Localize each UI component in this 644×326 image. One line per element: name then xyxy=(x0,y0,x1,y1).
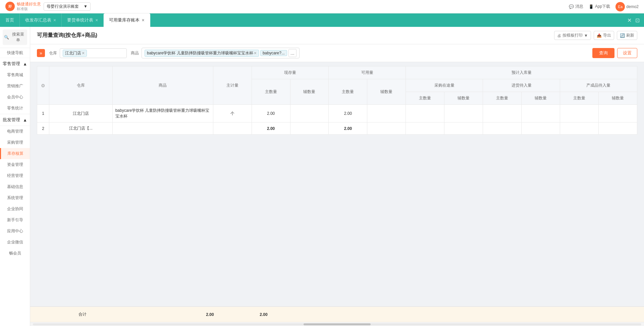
row-2-available-aux xyxy=(367,123,406,135)
row-1-current-main: 2.00 xyxy=(252,105,290,123)
data-table: ⚙ 仓库 商品 主计量 现存量 可用量 预计入库量 主数量 辅数量 主数量 辅数… xyxy=(37,66,637,135)
sidebar-item-membership[interactable]: 会员中心 xyxy=(0,92,30,103)
window-controls: ✕ ⊡ xyxy=(623,13,644,27)
column-settings-icon[interactable]: ⚙ xyxy=(41,83,45,88)
warehouse-tag-container[interactable]: 江北门店 × xyxy=(60,48,127,58)
bottom-scrollbar[interactable] xyxy=(30,322,644,326)
logo-area: 好 畅捷通好生意 标准版 xyxy=(5,2,41,11)
th-production-pending-main: 主数量 xyxy=(560,92,598,105)
row-2-unit xyxy=(213,123,252,135)
summary-available-main: 2.00 xyxy=(250,310,277,319)
sidebar: 🔍 搜索菜单 快捷导航 零售管理 ▲ 零售商城 营销推广 会员中心 零售统计 批… xyxy=(0,27,30,326)
th-inbound-pending: 进货待入量 xyxy=(483,79,560,92)
product-tag-1-label: babycare学饮杯 儿童防摔防撞吸管杯重力球吸嘴杯宝宝水杯 xyxy=(147,50,253,56)
sidebar-item-marketing[interactable]: 营销推广 xyxy=(0,81,30,92)
product-tag-2: babycare?... xyxy=(260,50,287,56)
sidebar-item-basics[interactable]: 基础信息 xyxy=(0,181,30,192)
chevron-down-icon: ▼ xyxy=(84,4,88,9)
product-filter-more-button[interactable]: ... xyxy=(288,49,297,57)
tab-home[interactable]: 首页 xyxy=(0,13,20,27)
settings-button[interactable]: 设置 xyxy=(617,48,637,58)
sidebar-item-enterprise[interactable]: 企业协同 xyxy=(0,203,30,215)
warehouse-filter-label: 仓库 xyxy=(49,50,57,56)
th-current-aux: 辅数量 xyxy=(290,79,329,105)
scrollbar-thumb xyxy=(304,323,371,325)
search-menu-button[interactable]: 🔍 搜索菜单 xyxy=(3,30,27,45)
th-warehouse: 仓库 xyxy=(49,66,113,105)
sidebar-item-operations[interactable]: 经营管理 xyxy=(0,170,30,181)
product-tag-1-remove[interactable]: × xyxy=(254,51,257,55)
tab-order-stats-label: 要货单统计表 xyxy=(67,17,93,23)
app-download-label: App下载 xyxy=(595,4,610,9)
user-avatar: Ea xyxy=(615,2,625,11)
sidebar-item-retail-stats[interactable]: 零售统计 xyxy=(0,103,30,114)
username-label: demo2 xyxy=(626,4,639,9)
page-actions: 🖨 按模板打印 ▼ 📤 导出 🔄 刷新 xyxy=(554,31,637,40)
app-download-icon: 📱 xyxy=(589,4,594,9)
sidebar-item-procurement[interactable]: 采购管理 xyxy=(0,137,30,148)
th-production-pending: 产成品待入量 xyxy=(560,79,637,92)
sidebar-item-inventory[interactable]: 库存核算 xyxy=(0,148,30,159)
tab-receivables-close[interactable]: × xyxy=(53,17,56,23)
industry-selector[interactable]: 母婴行业演示账套 ▼ xyxy=(44,2,91,11)
page-title: 可用量查询(按仓库+商品) xyxy=(37,32,97,39)
filter-bar: » 仓库 江北门店 × 商品 babycare学饮杯 儿童防摔防撞吸管杯重力球吸… xyxy=(30,44,644,62)
th-product: 商品 xyxy=(112,66,213,105)
wholesale-chevron-icon: ▲ xyxy=(23,118,27,123)
expand-icon: » xyxy=(40,50,42,56)
row-2-purchase-main xyxy=(406,123,444,135)
print-icon: 🖨 xyxy=(557,33,561,38)
sidebar-item-ecommerce[interactable]: 电商管理 xyxy=(0,126,30,137)
table-row: 2 江北门店【... 2.00 2.00 xyxy=(37,123,637,135)
print-label: 按模板打印 xyxy=(562,33,583,38)
filter-expand-button[interactable]: » xyxy=(37,49,45,57)
export-button[interactable]: 📤 导出 xyxy=(594,31,614,40)
tab-receivables[interactable]: 收发存汇总表 × xyxy=(20,13,62,27)
app-download-button[interactable]: 📱 App下载 xyxy=(589,4,610,9)
row-2-warehouse: 江北门店【... xyxy=(49,123,113,135)
print-button[interactable]: 🖨 按模板打印 ▼ xyxy=(554,31,591,40)
tab-available-stock-close[interactable]: × xyxy=(142,17,144,23)
table-footer: 合计 2.00 2.00 xyxy=(30,306,644,322)
sidebar-retail-header[interactable]: 零售管理 ▲ xyxy=(0,58,30,69)
warehouse-tag-remove[interactable]: × xyxy=(82,51,85,55)
row-1-production-main xyxy=(560,105,598,123)
th-current-stock: 现存量 xyxy=(252,66,329,79)
tab-available-stock[interactable]: 可用量库存账本 × xyxy=(104,13,150,27)
row-1-production-aux xyxy=(598,105,637,123)
th-production-pending-aux: 辅数量 xyxy=(598,92,637,105)
main-layout: 🔍 搜索菜单 快捷导航 零售管理 ▲ 零售商城 营销推广 会员中心 零售统计 批… xyxy=(0,27,644,326)
user-profile-button[interactable]: Ea demo2 xyxy=(615,2,639,11)
sidebar-item-newbie[interactable]: 新手引导 xyxy=(0,215,30,226)
sidebar-wholesale-header[interactable]: 批发管理 ▲ xyxy=(0,114,30,126)
sidebar-item-finance[interactable]: 资金管理 xyxy=(0,159,30,170)
row-1-unit: 个 xyxy=(213,105,252,123)
sidebar-item-retail-mall[interactable]: 零售商城 xyxy=(0,69,30,81)
row-2-inbound-aux xyxy=(522,123,560,135)
th-purchase-transit-aux: 辅数量 xyxy=(444,92,483,105)
filter-actions: 查询 设置 xyxy=(592,48,637,58)
row-2-available-main: 2.00 xyxy=(329,123,367,135)
industry-label: 母婴行业演示账套 xyxy=(47,4,79,9)
tab-order-stats[interactable]: 要货单统计表 × xyxy=(62,13,104,27)
sidebar-item-vip[interactable]: 畅会员 xyxy=(0,248,30,259)
row-1-purchase-aux xyxy=(444,105,483,123)
row-2-production-aux xyxy=(598,123,637,135)
product-tag-container[interactable]: babycare学饮杯 儿童防摔防撞吸管杯重力球吸嘴杯宝宝水杯 × babyca… xyxy=(142,48,300,58)
query-button[interactable]: 查询 xyxy=(592,48,614,58)
th-available: 可用量 xyxy=(329,66,406,79)
th-available-main: 主数量 xyxy=(329,79,367,105)
tab-order-stats-close[interactable]: × xyxy=(95,17,98,23)
export-icon: 📤 xyxy=(597,33,602,38)
th-inbound-pending-aux: 辅数量 xyxy=(522,92,560,105)
refresh-button[interactable]: 🔄 刷新 xyxy=(617,31,637,40)
scrollbar-track xyxy=(33,323,641,325)
message-button[interactable]: 💬 消息 xyxy=(569,4,583,9)
close-all-tabs-button[interactable]: ✕ xyxy=(627,17,632,23)
restore-window-button[interactable]: ⊡ xyxy=(635,17,640,23)
sidebar-quick-nav[interactable]: 快捷导航 xyxy=(0,48,30,58)
sidebar-item-appstore[interactable]: 应用中心 xyxy=(0,226,30,237)
sidebar-item-system[interactable]: 系统管理 xyxy=(0,192,30,203)
top-bar: 好 畅捷通好生意 标准版 母婴行业演示账套 ▼ 💬 消息 📱 App下载 Ea … xyxy=(0,0,644,13)
sidebar-item-wecom[interactable]: 企业微信 xyxy=(0,237,30,248)
